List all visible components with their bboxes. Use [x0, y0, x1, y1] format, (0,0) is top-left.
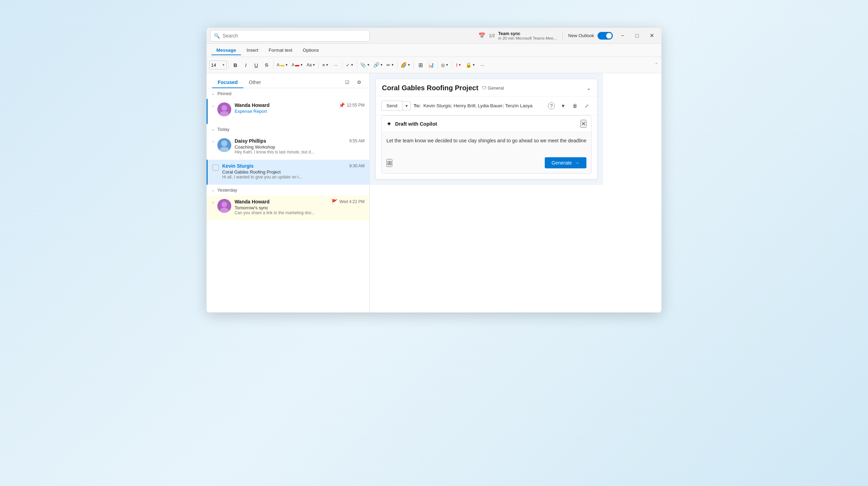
highlight-button[interactable]: A ▬ ▼	[275, 59, 290, 70]
mail-item-wanda-expense[interactable]: › Wanda Howard 📌 12:5	[207, 99, 369, 124]
collapse-email-button[interactable]: ⌄	[586, 85, 591, 91]
mail-wanda-sync-sender: Wanda Howard	[235, 199, 270, 204]
tab-options[interactable]: Options	[298, 45, 324, 55]
email-card: Coral Gables Roofing Project 🛡 General ⌄…	[375, 79, 598, 179]
maximize-button[interactable]: □	[631, 31, 643, 41]
generate-button[interactable]: Generate →	[545, 157, 586, 168]
send-dropdown-button[interactable]: ▼	[403, 101, 411, 110]
more-format-button[interactable]: ···	[331, 59, 341, 70]
help-icon: ?	[548, 102, 555, 109]
spelling-button[interactable]: ✓ ▼	[344, 59, 355, 70]
to-recipients[interactable]: Kevin Sturgis; Henry Brill; Lydia Bauer;…	[423, 103, 544, 108]
copilot-settings-button[interactable]: ⊞	[386, 159, 392, 167]
link-button[interactable]: 🔗 ▼	[372, 59, 384, 70]
filter-sort-button[interactable]: ⚙	[354, 77, 364, 87]
mail-daisy-header-row: Daisy Phillips 9:55 AM	[235, 138, 365, 144]
sort-icon: ⚙	[357, 79, 361, 85]
flag-icon: 🚩	[332, 199, 337, 204]
to-actions: ? ▼ 🗑 ⤢	[546, 101, 592, 111]
mail-daisy-subject: Coaching Workshop	[235, 144, 365, 150]
chart-button[interactable]: 📊	[426, 59, 436, 70]
copilot-header: ✦ Draft with Copilot ✕	[382, 116, 591, 132]
to-chevron-button[interactable]: ▼	[558, 101, 568, 111]
filter-select-button[interactable]: ☑	[342, 77, 352, 87]
expand-arrow-wanda-sync-icon: ›	[212, 200, 214, 204]
delete-recipient-button[interactable]: 🗑	[570, 101, 580, 111]
ribbon-toolbar: 14 ▼ B I U S A ▬ ▼ A ▬ ▼ Aa ▼ ≡ ▼ ··· ✓ …	[207, 57, 661, 73]
kevin-checkbox[interactable]	[212, 165, 219, 171]
avatar-wanda-sync-image	[217, 199, 231, 213]
notification-subtitle: in 20 min Microsoft Teams Mee...	[498, 36, 557, 40]
today-group-header[interactable]: ⌄ Today	[207, 124, 369, 135]
send-chevron-icon: ▼	[405, 104, 409, 108]
notification-content[interactable]: Team sync in 20 min Microsoft Teams Mee.…	[498, 31, 557, 40]
svg-point-7	[222, 202, 227, 207]
help-button[interactable]: ?	[546, 101, 556, 111]
sliders-icon: ⊞	[387, 160, 392, 166]
new-outlook-toggle[interactable]	[598, 32, 613, 40]
other-tab[interactable]: Other	[243, 77, 267, 88]
align-button[interactable]: ≡ ▼	[320, 59, 330, 70]
ribbon-collapse-button[interactable]: ⌃	[654, 62, 659, 68]
mail-kevin-sender: Kevin Sturgis	[222, 163, 253, 169]
copilot-footer: ⊞ Generate →	[382, 154, 591, 173]
email-title-area: Coral Gables Roofing Project 🛡 General	[382, 84, 504, 92]
focused-tab[interactable]: Focused	[212, 77, 243, 88]
tab-message[interactable]: Message	[211, 45, 241, 55]
copilot-close-button[interactable]: ✕	[581, 120, 586, 128]
email-subject-title: Coral Gables Roofing Project	[382, 84, 478, 92]
signature-button[interactable]: ✏ ▼	[385, 59, 395, 70]
svg-point-1	[222, 105, 227, 111]
mail-wanda-sync-subject: Tomorrow's sync	[235, 205, 365, 210]
italic-button[interactable]: I	[241, 59, 251, 70]
pinned-group-header[interactable]: ⌄ Pinned	[207, 88, 369, 99]
avatar-daisy-image	[217, 138, 231, 152]
mail-item-daisy[interactable]: › Daisy Phillips 9:55 AM Coach	[207, 135, 369, 160]
copilot-title: Draft with Copilot	[395, 121, 437, 127]
copilot-toolbar-button[interactable]: 🌈 ▼	[399, 59, 412, 70]
search-icon: 🔍	[214, 33, 220, 39]
send-button[interactable]: Send	[381, 101, 403, 111]
today-chevron-icon: ⌄	[211, 127, 215, 132]
pop-out-button[interactable]: ⤢	[582, 101, 592, 111]
tab-insert[interactable]: Insert	[242, 45, 263, 55]
font-format-button[interactable]: Aa ▼	[305, 59, 317, 70]
mail-item-kevin[interactable]: Kevin Sturgis 9:30 AM Coral Gables Roofi…	[207, 160, 369, 185]
search-input[interactable]	[223, 33, 366, 39]
copilot-input-text[interactable]: Let the team know we decided to use clay…	[386, 137, 586, 147]
yesterday-group-header[interactable]: ⌄ Yesterday	[207, 185, 369, 195]
window-controls: − □ ✕	[616, 31, 658, 41]
table-button[interactable]: ⊞	[416, 59, 425, 70]
mail-kevin-time: 9:30 AM	[349, 164, 365, 168]
attach-button[interactable]: 📎 ▼	[359, 59, 371, 70]
mail-kevin-header-row: Kevin Sturgis 9:30 AM	[222, 163, 365, 169]
more-tools-button[interactable]: ···	[477, 59, 487, 70]
strikethrough-button[interactable]: S	[262, 59, 272, 70]
close-button[interactable]: ✕	[645, 31, 658, 41]
immersive-button[interactable]: ◎ ▼	[440, 59, 450, 70]
send-btn-area: Send ▼	[381, 101, 411, 111]
notification-counter: 1/2	[489, 33, 495, 38]
minimize-button[interactable]: −	[616, 31, 629, 41]
ribbon: Message Insert Format text Options 14 ▼ …	[207, 44, 661, 73]
bold-button[interactable]: B	[231, 59, 240, 70]
font-size-selector[interactable]: 14 ▼	[209, 60, 227, 69]
pinned-group-label: Pinned	[217, 91, 231, 96]
shield-icon: 🛡	[482, 85, 486, 91]
importance-button[interactable]: ! ▼	[454, 59, 464, 70]
new-outlook-label: New Outlook	[568, 33, 594, 38]
pop-out-icon: ⤢	[585, 103, 589, 109]
tab-format-text[interactable]: Format text	[264, 45, 297, 55]
mail-kevin-subject: Coral Gables Roofing Project	[222, 169, 365, 175]
search-box[interactable]: 🔍	[210, 30, 370, 42]
svg-point-4	[221, 140, 227, 146]
mail-wanda-sync-preview: Can you share a link to the marketing do…	[235, 210, 365, 215]
mail-item-wanda-sync[interactable]: › Wanda Howard 🚩 Wed	[207, 195, 369, 220]
to-chevron-icon: ▼	[561, 103, 566, 109]
mail-item-daisy-body: Daisy Phillips 9:55 AM Coaching Workshop…	[235, 138, 365, 154]
underline-button[interactable]: U	[251, 59, 261, 70]
copilot-body: Let the team know we decided to use clay…	[382, 132, 591, 154]
encrypt-button[interactable]: 🔒 ▼	[464, 59, 477, 70]
font-color-button[interactable]: A ▬ ▼	[290, 59, 304, 70]
generate-label: Generate	[552, 160, 572, 166]
